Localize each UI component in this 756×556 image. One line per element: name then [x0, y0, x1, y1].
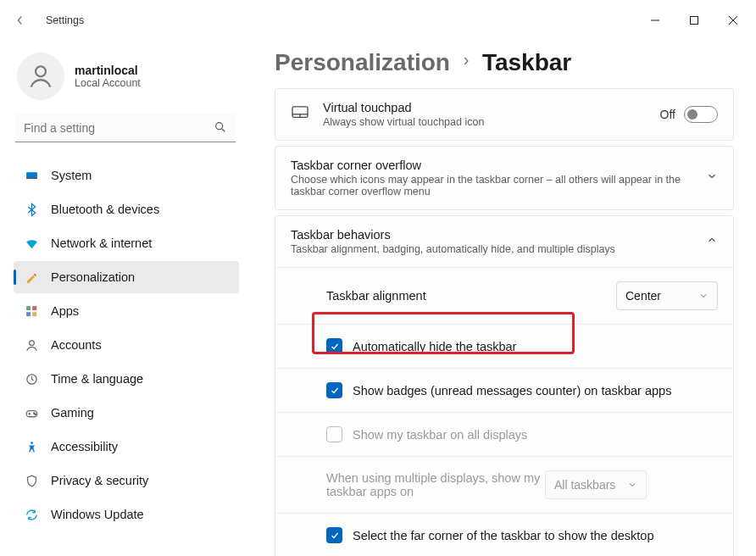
sidebar-item-label: Time & language [51, 372, 143, 386]
accessibility-icon [24, 440, 39, 454]
show-all-displays-checkbox [326, 426, 342, 442]
svg-point-13 [29, 340, 34, 345]
svg-rect-9 [26, 306, 31, 310]
gaming-icon [24, 406, 39, 420]
main-content: Personalization Taskbar Virtual touchpad… [254, 41, 756, 556]
profile-block[interactable]: martinlocal Local Account [17, 53, 254, 100]
show-badges-label: Show badges (unread messages counter) on… [353, 384, 671, 398]
svg-point-17 [35, 414, 36, 414]
sidebar-item-label: Apps [51, 304, 79, 318]
card-subtitle: Taskbar alignment, badging, automaticall… [291, 243, 692, 255]
sidebar-item-label: Personalization [51, 270, 135, 284]
far-corner-checkbox[interactable] [326, 527, 342, 543]
taskbar-behaviors-card: Taskbar behaviors Taskbar alignment, bad… [275, 215, 734, 556]
taskbar-behaviors-header[interactable]: Taskbar behaviors Taskbar alignment, bad… [275, 216, 733, 267]
sidebar-item-label: Accessibility [51, 440, 118, 453]
sidebar-item-apps[interactable]: Apps [14, 295, 239, 327]
sidebar-item-accounts[interactable]: Accounts [14, 329, 239, 361]
svg-rect-8 [26, 177, 37, 178]
chevron-up-icon [706, 234, 718, 249]
sidebar-nav: System Bluetooth & devices Network & int… [14, 159, 239, 531]
show-badges-row[interactable]: Show badges (unread messages counter) on… [275, 368, 733, 412]
show-all-displays-label: Show my taskbar on all displays [353, 428, 527, 442]
breadcrumb: Personalization Taskbar [275, 49, 734, 76]
window-title: Settings [46, 14, 84, 26]
accounts-icon [24, 338, 39, 353]
svg-point-5 [216, 123, 223, 130]
privacy-icon [24, 474, 39, 488]
sidebar-item-system[interactable]: System [14, 159, 239, 192]
sidebar-item-bluetooth[interactable]: Bluetooth & devices [14, 193, 239, 225]
sidebar-item-accessibility[interactable]: Accessibility [14, 431, 239, 463]
svg-rect-1 [691, 17, 698, 25]
show-all-displays-row: Show my taskbar on all displays [275, 412, 733, 456]
time-language-icon [24, 372, 39, 386]
back-button[interactable] [3, 3, 37, 37]
search-input[interactable] [15, 114, 236, 142]
sidebar-item-time-language[interactable]: Time & language [14, 363, 239, 395]
alignment-label: Taskbar alignment [291, 289, 616, 303]
system-icon [24, 169, 39, 183]
corner-overflow-card[interactable]: Taskbar corner overflow Choose which ico… [275, 146, 734, 210]
minimize-button[interactable] [636, 3, 675, 37]
user-name: martinlocal [75, 64, 141, 77]
virtual-touchpad-card[interactable]: Virtual touchpad Always show virtual tou… [275, 88, 734, 141]
sidebar: martinlocal Local Account System Bluetoo… [0, 41, 254, 556]
touchpad-icon [291, 105, 309, 124]
account-type: Local Account [75, 77, 141, 89]
virtual-touchpad-toggle[interactable] [684, 106, 718, 123]
apps-icon [24, 304, 39, 319]
sidebar-item-label: Gaming [51, 406, 94, 420]
far-corner-label: Select the far corner of the taskbar to … [353, 529, 653, 542]
sidebar-item-label: Bluetooth & devices [51, 203, 159, 216]
card-title: Taskbar corner overflow [291, 158, 692, 172]
bluetooth-icon [24, 203, 39, 217]
alignment-dropdown[interactable]: Center [616, 281, 718, 310]
sidebar-item-windows-update[interactable]: Windows Update [14, 498, 239, 531]
maximize-button[interactable] [675, 3, 714, 37]
multi-display-value: All taskbars [554, 478, 615, 492]
sidebar-item-personalization[interactable]: Personalization [14, 261, 239, 293]
card-subtitle: Always show virtual touchpad icon [323, 116, 647, 128]
breadcrumb-parent[interactable]: Personalization [275, 49, 450, 76]
personalization-icon [24, 270, 39, 285]
sidebar-item-privacy[interactable]: Privacy & security [14, 464, 239, 497]
svg-rect-10 [32, 306, 36, 310]
chevron-right-icon [460, 55, 472, 70]
chevron-down-icon [706, 170, 718, 186]
svg-rect-11 [26, 312, 31, 316]
close-button[interactable] [714, 3, 753, 37]
alignment-value: Center [625, 289, 661, 303]
search-icon [214, 120, 227, 137]
card-title: Taskbar behaviors [291, 228, 692, 242]
svg-rect-12 [32, 312, 36, 316]
show-badges-checkbox[interactable] [326, 382, 342, 398]
svg-point-4 [36, 66, 46, 76]
avatar-icon [17, 53, 64, 100]
sidebar-item-label: System [51, 169, 92, 182]
card-title: Virtual touchpad [323, 101, 647, 114]
sidebar-item-label: Accounts [51, 338, 102, 352]
sidebar-item-network[interactable]: Network & internet [14, 227, 239, 259]
search-field[interactable] [15, 114, 236, 142]
multi-display-label: When using multiple displays, show my ta… [291, 471, 545, 498]
title-bar: Settings [0, 0, 756, 41]
wifi-icon [24, 236, 39, 251]
breadcrumb-current: Taskbar [482, 49, 571, 76]
svg-point-18 [31, 442, 33, 444]
sidebar-item-gaming[interactable]: Gaming [14, 397, 239, 429]
toggle-state-label: Off [660, 108, 675, 121]
multi-display-dropdown: All taskbars [545, 470, 647, 499]
sidebar-item-label: Windows Update [51, 508, 144, 521]
svg-line-6 [222, 129, 225, 131]
sidebar-item-label: Privacy & security [51, 474, 148, 487]
multi-display-row: When using multiple displays, show my ta… [275, 456, 733, 513]
sidebar-item-label: Network & internet [51, 236, 152, 250]
far-corner-row[interactable]: Select the far corner of the taskbar to … [275, 513, 733, 556]
windows-update-icon [24, 508, 39, 522]
card-subtitle: Choose which icons may appear in the tas… [291, 174, 692, 197]
annotation-highlight [312, 312, 575, 354]
